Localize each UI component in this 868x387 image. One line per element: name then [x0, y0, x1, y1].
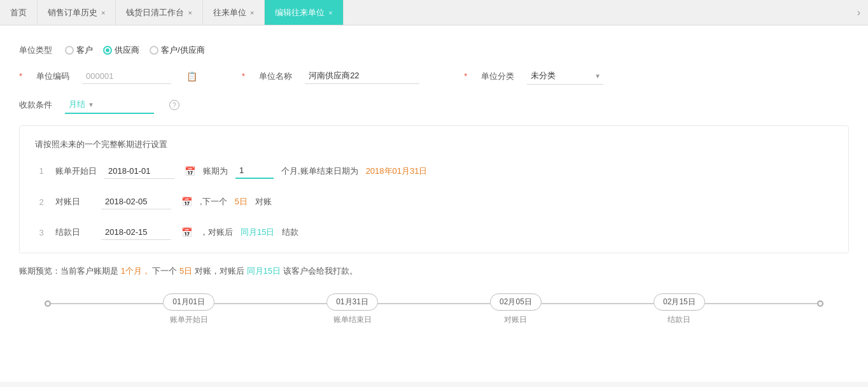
row-field-label-3: 结款日 [55, 227, 94, 238]
timeline-node-4: 02月15日 结款日 [654, 293, 705, 325]
tab-home[interactable]: 首页 [0, 0, 38, 25]
row-field-label-2: 对账日 [55, 196, 94, 208]
settings-row-1: 1 账单开始日 📅 账期为 个月,账单结束日期为 2018年01月31日 [35, 163, 833, 179]
unit-name-label: 单位名称 [259, 71, 292, 82]
reconcile-highlight: 5日 [235, 196, 248, 208]
timeline-line-4 [542, 303, 654, 304]
payment-condition-arrow-icon: ▼ [88, 101, 94, 108]
timeline-bubble-3: 02月05日 [490, 293, 542, 311]
required-star-name: * [242, 71, 245, 81]
tab-cash-work[interactable]: 钱货日清工作台 × [116, 0, 202, 25]
payment-condition-select[interactable]: 月结 ▼ [65, 96, 154, 114]
unit-category-value: 未分类 [531, 70, 592, 81]
timeline-line-2 [214, 303, 326, 304]
date-input-3[interactable] [101, 225, 171, 240]
radio-customer-circle [65, 46, 74, 55]
row-num-2: 2 [35, 197, 48, 207]
settings-row-3: 3 结款日 📅 ，对账后 同月15日 结款 [35, 225, 833, 240]
radio-both-circle [150, 46, 158, 55]
unit-info-row: * 单位编码 📋 * 单位名称 * 单位分类 未分类 ▼ [19, 67, 849, 85]
timeline-node-3: 02月05日 对账日 [490, 293, 542, 325]
period-suffix: 个月,账单结束日期为 [281, 165, 358, 177]
payment-prefix: ，对账后 [200, 227, 233, 238]
timeline-bubble-1: 01月01日 [163, 293, 214, 311]
unit-type-radio-group: 客户 供应商 客户/供应商 [65, 45, 205, 56]
radio-both-label: 客户/供应商 [161, 45, 205, 56]
help-icon[interactable]: ? [169, 100, 179, 110]
tab-home-label: 首页 [10, 7, 27, 18]
payment-suffix: 结款 [282, 227, 298, 238]
row-num-3: 3 [35, 228, 48, 237]
payment-highlight: 同月15日 [241, 227, 274, 238]
preview-reconcile-suffix: 对账，对账后 [195, 266, 244, 276]
date-input-2[interactable] [101, 194, 171, 209]
radio-supplier-label: 供应商 [115, 45, 139, 56]
required-star-code: * [19, 71, 22, 81]
calendar-icon-code[interactable]: 📋 [186, 71, 197, 81]
radio-both[interactable]: 客户/供应商 [150, 45, 205, 56]
timeline-line-1 [51, 303, 163, 304]
settings-row-2: 2 对账日 📅 ,下一个 5日 对账 [35, 194, 833, 209]
timeline-line-3 [378, 303, 490, 304]
timeline: 01月01日 账单开始日 01月31日 账单结束日 02月05日 对账日 02月… [19, 293, 849, 325]
timeline-start-dot [45, 300, 51, 307]
tab-edit-partner-label: 编辑往来单位 [275, 7, 325, 18]
timeline-label-3: 对账日 [504, 314, 527, 325]
close-partner-unit-icon[interactable]: × [250, 9, 254, 17]
tab-edit-partner[interactable]: 编辑往来单位 × [265, 0, 343, 25]
tab-expand-button[interactable]: › [850, 0, 868, 25]
tab-partner-unit[interactable]: 往来单位 × [203, 0, 265, 25]
timeline-label-4: 结款日 [668, 314, 690, 325]
timeline-line-5 [705, 303, 817, 304]
main-content: 单位类型 客户 供应商 客户/供应商 * 单位编码 📋 * 单位名称 * [0, 25, 868, 382]
unit-type-label: 单位类型 [19, 45, 52, 56]
settings-title: 请按照未来的一个完整帐期进行设置 [35, 139, 833, 150]
calendar-icon-2[interactable]: 📅 [181, 197, 192, 207]
radio-customer-label: 客户 [76, 45, 93, 56]
close-edit-partner-icon[interactable]: × [328, 9, 332, 17]
preview-label: 账期预览：当前客户账期是 [19, 266, 118, 276]
period-input[interactable] [235, 163, 274, 179]
tab-sales-history-label: 销售订单历史 [48, 7, 97, 18]
payment-condition-row: 收款条件 月结 ▼ ? [19, 96, 849, 114]
preview-reconcile-prefix: 下一个 [152, 266, 177, 276]
unit-category-select[interactable]: 未分类 ▼ [527, 67, 603, 85]
timeline-label-1: 账单开始日 [170, 314, 208, 325]
preview-payment-highlight: 同月15日 [247, 266, 281, 276]
timeline-label-2: 账单结束日 [333, 314, 372, 325]
unit-code-input[interactable] [82, 69, 171, 84]
preview-payment-suffix: 该客户会给我打款。 [283, 266, 358, 276]
timeline-node-1: 01月01日 账单开始日 [163, 293, 214, 325]
calendar-icon-1[interactable]: 📅 [185, 166, 195, 176]
settings-box: 请按照未来的一个完整帐期进行设置 1 账单开始日 📅 账期为 个月,账单结束日期… [19, 125, 849, 253]
payment-condition-label: 收款条件 [19, 99, 52, 111]
preview-period: 1个月， [121, 266, 150, 276]
tab-cash-work-label: 钱货日清工作台 [126, 7, 184, 18]
row-num-1: 1 [35, 166, 48, 176]
radio-customer[interactable]: 客户 [65, 45, 93, 56]
preview-section: 账期预览：当前客户账期是 1个月， 下一个 5日 对账，对账后 同月15日 该客… [19, 264, 849, 278]
preview-reconcile-highlight: 5日 [179, 266, 192, 276]
tab-bar: 首页 销售订单历史 × 钱货日清工作台 × 往来单位 × 编辑往来单位 × › [0, 0, 868, 25]
timeline-node-2: 01月31日 账单结束日 [326, 293, 378, 325]
date-input-1[interactable] [104, 164, 174, 179]
period-end-date: 2018年01月31日 [366, 165, 428, 177]
calendar-icon-3[interactable]: 📅 [181, 227, 192, 237]
radio-supplier[interactable]: 供应商 [103, 45, 139, 56]
tab-sales-history[interactable]: 销售订单历史 × [38, 0, 116, 25]
unit-code-label: 单位编码 [36, 71, 69, 82]
payment-condition-value: 月结 [69, 99, 85, 110]
row-field-label-1: 账单开始日 [55, 165, 97, 177]
timeline-bubble-2: 01月31日 [326, 293, 378, 311]
unit-category-label: 单位分类 [481, 71, 514, 82]
tab-partner-unit-label: 往来单位 [213, 7, 246, 18]
timeline-bubble-4: 02月15日 [654, 293, 705, 311]
unit-name-input[interactable] [305, 69, 419, 84]
timeline-end-dot [817, 300, 823, 307]
reconcile-prefix: ,下一个 [200, 196, 227, 208]
close-sales-history-icon[interactable]: × [101, 9, 105, 17]
reconcile-suffix: 对账 [255, 196, 272, 208]
radio-supplier-circle [103, 46, 112, 55]
unit-type-row: 单位类型 客户 供应商 客户/供应商 [19, 45, 849, 56]
close-cash-work-icon[interactable]: × [188, 9, 192, 17]
